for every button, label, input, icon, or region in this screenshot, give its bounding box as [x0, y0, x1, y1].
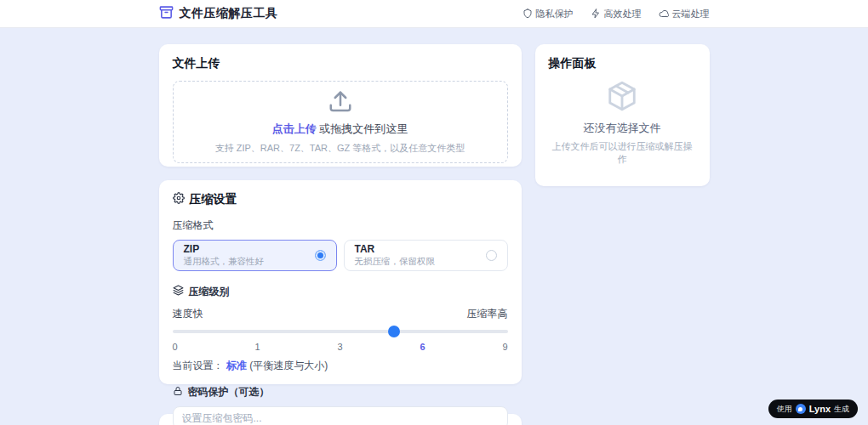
- current-setting-line: 当前设置： 标准 (平衡速度与大小): [173, 359, 508, 373]
- badge-suffix: 生成: [834, 404, 849, 415]
- current-setting-suffix: (平衡速度与大小): [247, 360, 328, 371]
- made-with-lynx-badge[interactable]: 使用 Lynx 生成: [768, 400, 858, 418]
- lynx-logo-icon: [796, 404, 806, 414]
- main-content: 文件上传 点击上传 或拖拽文件到这里 支持 ZIP、RAR、7Z、TAR、GZ …: [0, 28, 868, 425]
- badge-prefix: 使用: [777, 404, 792, 415]
- upload-card: 文件上传 点击上传 或拖拽文件到这里 支持 ZIP、RAR、7Z、TAR、GZ …: [159, 44, 522, 167]
- format-option-tar[interactable]: TAR 无损压缩，保留权限: [344, 240, 508, 271]
- slider-thumb[interactable]: [388, 326, 400, 337]
- password-label: 密码保护（可选）: [188, 385, 270, 400]
- file-dropzone[interactable]: 点击上传 或拖拽文件到这里 支持 ZIP、RAR、7Z、TAR、GZ 等格式，以…: [173, 81, 508, 163]
- current-setting-value: 标准: [226, 360, 247, 371]
- upload-card-title: 文件上传: [173, 56, 508, 71]
- slider-track[interactable]: [173, 330, 508, 333]
- right-column: 操作面板 还没有选择文件 上传文件后可以进行压缩或解压操作: [535, 44, 710, 186]
- format-tar-name: TAR: [355, 243, 436, 256]
- tick-3: 3: [337, 342, 342, 352]
- tick-0: 0: [173, 342, 178, 352]
- slider-left-label: 速度快: [173, 307, 203, 321]
- format-zip-name: ZIP: [184, 243, 265, 256]
- slider-right-label: 压缩率高: [467, 307, 508, 321]
- app-title: 文件压缩解压工具: [180, 6, 278, 21]
- feature-speed-label: 高效处理: [604, 8, 642, 20]
- password-input[interactable]: [173, 406, 508, 425]
- compression-settings-card: 压缩设置 压缩格式 ZIP 通用格式，兼容性好 TAR 无损压: [159, 180, 522, 384]
- feature-cloud: 云端处理: [659, 8, 710, 20]
- settings-card-title: 压缩设置: [190, 192, 237, 207]
- level-label: 压缩级别: [189, 285, 230, 299]
- feature-privacy: 隐私保护: [523, 8, 574, 20]
- format-tar-desc: 无损压缩，保留权限: [355, 256, 436, 267]
- zap-icon: [591, 8, 601, 19]
- empty-state-title: 还没有选择文件: [584, 121, 661, 136]
- tick-6-active: 6: [420, 342, 425, 352]
- tick-1: 1: [254, 342, 260, 352]
- app-brand: 文件压缩解压工具: [159, 5, 278, 23]
- dropzone-text: 点击上传 或拖拽文件到这里: [272, 122, 408, 137]
- slider-ticks: 0 1 3 6 9: [173, 342, 508, 352]
- supported-formats-hint: 支持 ZIP、RAR、7Z、TAR、GZ 等格式，以及任意文件类型: [215, 142, 465, 155]
- radio-tar-unchecked[interactable]: [486, 250, 497, 261]
- badge-brand: Lynx: [809, 404, 831, 414]
- radio-zip-checked[interactable]: [315, 250, 326, 261]
- format-options: ZIP 通用格式，兼容性好 TAR 无损压缩，保留权限: [173, 240, 508, 271]
- panel-empty-state: 还没有选择文件 上传文件后可以进行压缩或解压操作: [549, 71, 696, 174]
- empty-state-description: 上传文件后可以进行压缩或解压操作: [549, 140, 696, 166]
- panel-title: 操作面板: [549, 56, 696, 71]
- lock-icon: [173, 384, 183, 400]
- cloud-icon: [659, 8, 669, 19]
- archive-logo-icon: [159, 5, 174, 23]
- compression-level-slider[interactable]: [173, 326, 508, 337]
- tick-9: 9: [502, 342, 507, 352]
- format-label: 压缩格式: [173, 218, 508, 233]
- header-features: 隐私保护 高效处理 云端处理: [523, 8, 710, 20]
- current-setting-prefix: 当前设置：: [173, 360, 226, 371]
- drag-hint-text: 或拖拽文件到这里: [317, 122, 408, 135]
- click-upload-link[interactable]: 点击上传: [272, 122, 317, 135]
- left-column: 文件上传 点击上传 或拖拽文件到这里 支持 ZIP、RAR、7Z、TAR、GZ …: [159, 44, 522, 425]
- operation-panel-card: 操作面板 还没有选择文件 上传文件后可以进行压缩或解压操作: [535, 44, 710, 186]
- format-zip-desc: 通用格式，兼容性好: [184, 256, 265, 267]
- feature-speed: 高效处理: [591, 8, 642, 20]
- feature-cloud-label: 云端处理: [672, 8, 710, 20]
- layers-icon: [173, 284, 184, 299]
- gear-icon: [173, 192, 185, 207]
- upload-icon: [328, 89, 353, 122]
- package-icon: [606, 80, 638, 121]
- app-header: 文件压缩解压工具 隐私保护 高效处理: [0, 0, 868, 28]
- shield-icon: [523, 8, 533, 19]
- feature-privacy-label: 隐私保护: [536, 8, 574, 20]
- format-option-zip[interactable]: ZIP 通用格式，兼容性好: [173, 240, 337, 271]
